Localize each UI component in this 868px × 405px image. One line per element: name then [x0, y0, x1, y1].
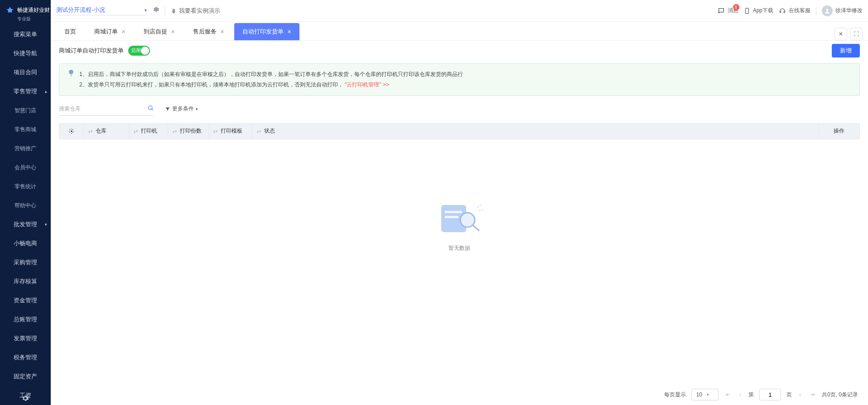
- pagination: 每页显示 10 ▾ ⇤ ‹ 第 页 › ⇥ 共0页, 0条记录: [664, 389, 858, 400]
- sidebar-item-7[interactable]: 会员中心: [0, 158, 51, 177]
- last-page-button[interactable]: ⇥: [808, 391, 816, 398]
- sort-icon: ▴▾: [257, 130, 261, 133]
- empty-text: 暂无数据: [448, 244, 470, 252]
- lightbulb-icon: [68, 69, 75, 90]
- close-icon[interactable]: ✕: [287, 29, 291, 35]
- close-icon[interactable]: ✕: [121, 29, 125, 35]
- context-label: 测试分开流程-小况: [56, 6, 105, 14]
- first-page-button[interactable]: ⇤: [724, 391, 732, 398]
- sidebar-item-18[interactable]: 固定资产: [0, 367, 51, 386]
- more-filters-button[interactable]: 更多条件 ▾: [165, 105, 198, 113]
- warehouse-search[interactable]: [59, 102, 154, 116]
- sidebar-item-12[interactable]: 采购管理: [0, 253, 51, 272]
- context-selector[interactable]: 测试分开流程-小况 ▾: [56, 6, 147, 15]
- sidebar-item-9[interactable]: 帮助中心: [0, 196, 51, 215]
- close-icon[interactable]: ✕: [171, 29, 175, 35]
- mobile-icon: [744, 7, 750, 14]
- gear-icon: [22, 395, 29, 402]
- avatar-icon: [822, 5, 833, 16]
- sidebar-item-4[interactable]: 智慧门店: [0, 101, 51, 120]
- empty-state: 暂无数据: [59, 139, 860, 311]
- cloud-printer-link[interactable]: "云打印机管理" >>: [345, 81, 389, 88]
- sort-icon: ▴▾: [173, 130, 177, 133]
- per-page-label: 每页显示: [664, 391, 686, 399]
- filter-row: 更多条件 ▾: [51, 102, 868, 123]
- brand-icon: [5, 6, 14, 15]
- column-warehouse[interactable]: ▴▾仓库: [84, 124, 129, 139]
- info-banner: 1、启用后，商城下单付款成功后（如果有审核是在审核之后），自动打印发货单，如果一…: [59, 63, 860, 96]
- demo-link[interactable]: 我要看实例演示: [171, 7, 220, 15]
- prev-page-button[interactable]: ‹: [738, 391, 743, 398]
- enable-toggle[interactable]: 启用: [128, 46, 150, 56]
- svg-rect-6: [445, 216, 458, 218]
- sidebar-item-17[interactable]: 税务管理: [0, 348, 51, 367]
- sort-icon: ▴▾: [134, 130, 138, 133]
- sidebar-item-0[interactable]: 搜索菜单: [0, 25, 51, 44]
- column-status[interactable]: ▴▾状态: [252, 124, 819, 139]
- search-input[interactable]: [59, 105, 148, 112]
- close-all-tabs-button[interactable]: ✕: [834, 28, 847, 40]
- divider: [816, 6, 816, 15]
- sidebar-item-8[interactable]: 零售统计: [0, 177, 51, 196]
- close-icon[interactable]: ✕: [220, 29, 224, 35]
- user-menu[interactable]: 徐泽华修改: [822, 5, 863, 16]
- svg-rect-0: [745, 8, 748, 14]
- sidebar-item-10[interactable]: 批发管理▾: [0, 215, 51, 234]
- sort-icon: ▴▾: [213, 130, 218, 133]
- column-template[interactable]: ▴▾打印模板: [209, 124, 252, 139]
- table-header: ▴▾仓库 ▴▾打印机 ▴▾打印份数 ▴▾打印模板 ▴▾状态 操作: [59, 123, 860, 139]
- sidebar-item-15[interactable]: 总账管理: [0, 310, 51, 329]
- content-header: 商城订单自动打印发货单 启用 新增: [51, 41, 868, 61]
- add-button[interactable]: 新增: [832, 44, 860, 57]
- data-table: ▴▾仓库 ▴▾打印机 ▴▾打印份数 ▴▾打印模板 ▴▾状态 操作: [59, 123, 860, 311]
- pager-summary: 共0页, 0条记录: [822, 391, 858, 399]
- tab-3[interactable]: 售后服务✕: [185, 23, 232, 40]
- banner-line-1: 1、启用后，商城下单付款成功后（如果有审核是在审核之后），自动打印发货单，如果一…: [79, 69, 463, 80]
- sidebar-item-5[interactable]: 零售商城: [0, 120, 51, 139]
- page-title: 商城订单自动打印发货单: [59, 47, 124, 55]
- gear-icon[interactable]: [152, 6, 159, 15]
- app-download-button[interactable]: App下载: [744, 7, 773, 14]
- sidebar-item-16[interactable]: 发票管理: [0, 329, 51, 348]
- chevron-down-icon: ▾: [196, 107, 198, 111]
- tab-2[interactable]: 到店自提✕: [135, 23, 183, 40]
- column-printer[interactable]: ▴▾打印机: [129, 124, 168, 139]
- hand-icon: [171, 8, 177, 14]
- sidebar-item-13[interactable]: 库存核算: [0, 272, 51, 291]
- tab-0[interactable]: 首页: [56, 23, 84, 40]
- tab-4[interactable]: 自动打印发货单✕: [234, 23, 299, 40]
- svg-point-1: [826, 9, 829, 11]
- sidebar-item-3[interactable]: 零售管理▴: [0, 82, 51, 101]
- chevron-down-icon: ▾: [45, 222, 47, 227]
- sidebar-item-11[interactable]: 小畅电商: [0, 234, 51, 253]
- page-input[interactable]: [759, 389, 781, 400]
- divider: [165, 6, 165, 15]
- message-badge: 8: [733, 4, 739, 10]
- sidebar-item-6[interactable]: 营销推广: [0, 139, 51, 158]
- filter-icon: [165, 106, 170, 112]
- sort-icon: ▴▾: [88, 130, 93, 133]
- empty-icon: [432, 198, 487, 239]
- svg-point-3: [71, 130, 72, 132]
- gear-icon: [68, 128, 75, 134]
- topbar: 测试分开流程-小况 ▾ 我要看实例演示 消息 8 App下载: [51, 0, 868, 22]
- column-operate: 操作: [819, 124, 859, 139]
- next-page-button[interactable]: ›: [797, 391, 803, 398]
- expand-button[interactable]: ⛶: [850, 28, 863, 40]
- search-icon[interactable]: [148, 105, 154, 113]
- sidebar-item-1[interactable]: 快捷导航: [0, 44, 51, 63]
- messages-button[interactable]: 消息 8: [718, 7, 738, 14]
- svg-point-7: [460, 213, 475, 227]
- banner-line-2: 2、发货单只可用云打印机来打，如果只有本地打印机，须将本地打印机添加为云打印机，…: [79, 81, 343, 88]
- sidebar-settings[interactable]: [0, 391, 51, 405]
- column-settings-button[interactable]: [59, 124, 84, 139]
- svg-rect-5: [445, 211, 462, 213]
- per-page-select[interactable]: 10 ▾: [691, 389, 719, 400]
- sidebar-item-14[interactable]: 资金管理: [0, 291, 51, 310]
- column-copies[interactable]: ▴▾打印份数: [168, 124, 209, 139]
- sidebar-item-2[interactable]: 项目合同: [0, 63, 51, 82]
- tab-1[interactable]: 商城订单✕: [86, 23, 134, 40]
- chevron-down-icon: ▾: [707, 392, 709, 397]
- chevron-down-icon: ▾: [145, 8, 147, 13]
- support-button[interactable]: 在线客服: [779, 7, 810, 14]
